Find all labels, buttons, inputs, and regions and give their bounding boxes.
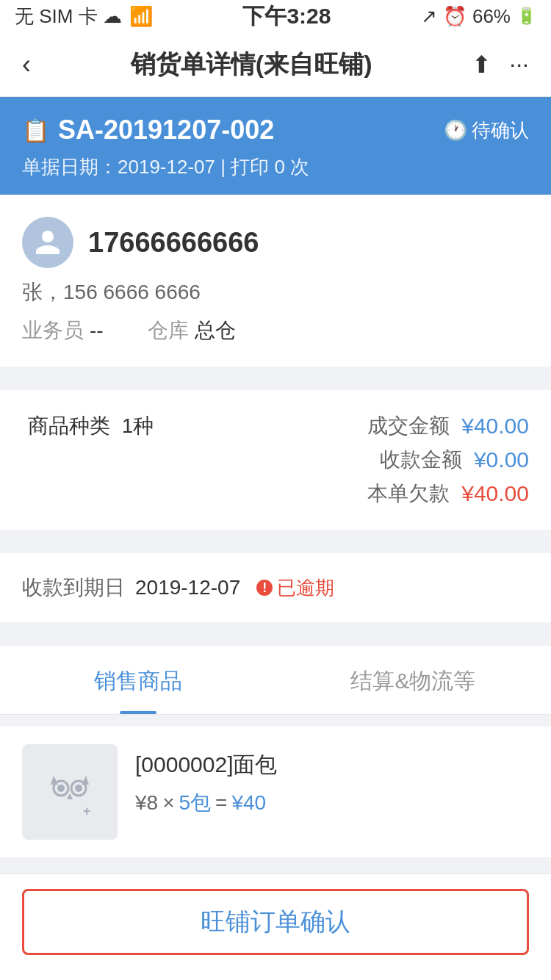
location-icon: ↗ — [421, 5, 437, 28]
order-icon: 📋 — [22, 118, 49, 143]
tabs-bar: 销售商品 结算&物流等 — [0, 646, 551, 715]
back-button[interactable]: ‹ — [22, 49, 31, 80]
nav-actions: ⬆ ··· — [472, 51, 529, 79]
transaction-row: 成交金额 ¥40.00 — [367, 412, 529, 440]
svg-point-4 — [75, 785, 82, 792]
product-price: ¥8 — [135, 791, 158, 815]
balance-label: 本单欠款 — [367, 480, 450, 508]
overdue-text: 已逾期 — [277, 575, 334, 601]
avatar-icon — [33, 228, 62, 257]
transaction-label: 成交金额 — [367, 412, 450, 440]
order-print-info: | 打印 0 次 — [220, 156, 309, 178]
product-type-label: 商品种类 — [28, 414, 110, 437]
clock-icon: 🕐 — [444, 119, 467, 142]
battery-level: 66% — [472, 5, 511, 28]
product-image: + — [22, 744, 118, 840]
order-id-text: SA-20191207-002 — [58, 115, 274, 145]
warehouse-item: 仓库 总仓 — [148, 317, 236, 345]
tab-settlement[interactable]: 结算&物流等 — [276, 646, 551, 714]
bottom-bar: 旺铺订单确认 — [0, 873, 551, 980]
summary-right: 成交金额 ¥40.00 收款金额 ¥0.00 本单欠款 ¥40.00 — [367, 412, 529, 508]
customer-name: 张，156 6666 6666 — [22, 278, 529, 306]
confirm-order-label: 旺铺订单确认 — [201, 905, 350, 939]
product-name: [0000002]面包 — [135, 750, 529, 780]
order-banner: 📋 SA-20191207-002 🕐 待确认 单据日期：2019-12-07 … — [0, 97, 551, 195]
more-button[interactable]: ··· — [509, 51, 529, 78]
product-type-item: 商品种类 1种 — [22, 412, 154, 440]
customer-meta: 业务员 -- 仓库 总仓 — [22, 317, 529, 345]
divider-3 — [0, 634, 551, 646]
wifi-icon: 📶 — [129, 5, 153, 28]
product-logo-icon: + — [40, 763, 99, 821]
product-total: ¥40 — [231, 791, 266, 815]
warehouse-label: 仓库 — [148, 317, 189, 345]
customer-top: 17666666666 — [22, 217, 529, 268]
due-date-section: 收款到期日 2019-12-07 ! 已逾期 — [0, 553, 551, 622]
product-price-row: ¥8 × 5包 = ¥40 — [135, 789, 529, 817]
payment-value: ¥0.00 — [474, 447, 529, 472]
customer-phone: 17666666666 — [88, 227, 259, 259]
product-item: + [0000002]面包 ¥8 × 5包 = ¥40 — [0, 727, 551, 857]
battery-icon: 🔋 — [516, 7, 536, 26]
multiply-sign: × — [162, 791, 174, 815]
order-status-text: 待确认 — [472, 118, 529, 143]
summary-section: 商品种类 1种 成交金额 ¥40.00 收款金额 ¥0.00 本单欠款 ¥40.… — [0, 390, 551, 530]
avatar — [22, 217, 73, 268]
warehouse-value: 总仓 — [195, 317, 236, 345]
status-bar: 无 SIM 卡 ☁ 📶 下午3:28 ↗ ⏰ 66% 🔋 — [0, 0, 551, 32]
status-bar-left: 无 SIM 卡 ☁ 📶 — [15, 4, 153, 29]
product-qty: 5包 — [179, 789, 212, 817]
order-status: 🕐 待确认 — [444, 118, 529, 143]
product-info: [0000002]面包 ¥8 × 5包 = ¥40 — [135, 744, 529, 817]
tab-sales-products[interactable]: 销售商品 — [0, 646, 276, 714]
product-type-value: 1种 — [122, 414, 154, 437]
alarm-icon: ⏰ — [443, 5, 467, 28]
nav-bar: ‹ 销货单详情(来自旺铺) ⬆ ··· — [0, 32, 551, 97]
payment-label: 收款金额 — [380, 446, 462, 474]
due-date-label: 收款到期日 — [22, 574, 125, 602]
salesperson-value: -- — [90, 319, 104, 342]
svg-text:+: + — [83, 804, 91, 818]
salesperson-item: 业务员 -- — [22, 317, 104, 345]
balance-row: 本单欠款 ¥40.00 — [367, 480, 529, 508]
status-bar-right: ↗ ⏰ 66% 🔋 — [421, 5, 536, 28]
salesperson-label: 业务员 — [22, 317, 84, 345]
customer-section: 17666666666 张，156 6666 6666 业务员 -- 仓库 总仓 — [0, 195, 551, 367]
tab-settlement-label: 结算&物流等 — [350, 669, 475, 693]
summary-left: 商品种类 1种 — [22, 412, 154, 440]
svg-point-3 — [57, 785, 65, 792]
sim-status: 无 SIM 卡 ☁ — [15, 4, 122, 29]
equals-sign: = — [215, 791, 227, 815]
payment-row: 收款金额 ¥0.00 — [380, 446, 529, 474]
confirm-order-button[interactable]: 旺铺订单确认 — [22, 889, 529, 955]
overdue-icon: ! — [256, 580, 273, 596]
tab-sales-products-label: 销售商品 — [94, 669, 182, 693]
divider-2 — [0, 541, 551, 553]
order-id: 📋 SA-20191207-002 — [22, 115, 274, 145]
share-button[interactable]: ⬆ — [472, 51, 491, 79]
overdue-badge: ! 已逾期 — [256, 575, 334, 601]
order-date: 单据日期：2019-12-07 — [22, 156, 215, 178]
status-bar-time: 下午3:28 — [242, 1, 331, 32]
order-meta: 单据日期：2019-12-07 | 打印 0 次 — [22, 154, 529, 180]
divider-1 — [0, 378, 551, 390]
due-date-value: 2019-12-07 — [135, 576, 240, 599]
balance-value: ¥40.00 — [461, 481, 529, 506]
page-title: 销货单详情(来自旺铺) — [131, 48, 372, 82]
transaction-value: ¥40.00 — [461, 414, 529, 439]
